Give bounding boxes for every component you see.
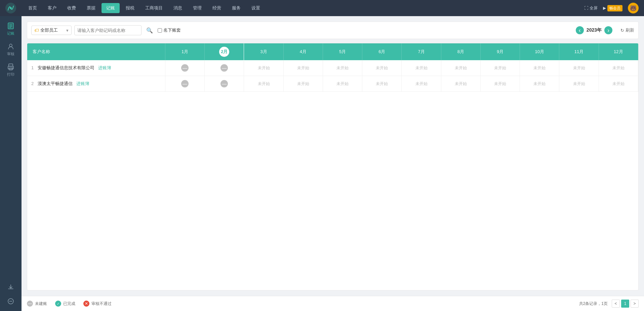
row1-jan: — — [165, 60, 204, 76]
row1-enter-button[interactable]: 进账簿 — [98, 65, 111, 70]
row2-dec: 未开始 — [599, 76, 638, 92]
sidebar-item-audit[interactable]: 审核 — [0, 39, 22, 60]
nav-message[interactable]: 消息 — [169, 3, 187, 13]
row1-jan-status: — — [181, 64, 189, 72]
col-header-aug: 8月 — [441, 43, 480, 60]
row2-name-cell: 2 漠澳太平畅捷通信 进账簿 — [27, 76, 165, 92]
col-header-jun: 6月 — [362, 43, 402, 60]
svg-point-13 — [9, 301, 10, 302]
row2-jun: 未开始 — [362, 76, 402, 92]
svg-point-1 — [10, 7, 12, 9]
col-header-feb: 2月 — [205, 43, 244, 60]
row2-jul: 未开始 — [402, 76, 441, 92]
nav-business[interactable]: 工商项目 — [140, 3, 167, 13]
table-row: 2 漠澳太平畅捷通信 进账簿 — — 未开始 未开始 未开始 未开始 未开始 未… — [27, 76, 638, 92]
row2-apr: 未开始 — [283, 76, 323, 92]
next-year-button[interactable]: › — [604, 26, 612, 34]
data-table: 客户名称 1月 2月 3月 4月 5月 6月 7月 8月 9月 — [27, 43, 638, 92]
nav-bookkeeping[interactable]: 记账 — [102, 3, 120, 13]
row2-enter-button[interactable]: 进账簿 — [76, 81, 89, 86]
employee-select[interactable]: 🏷 全部员工 ▾ — [31, 26, 72, 35]
legend-completed: ✓ 已完成 — [55, 301, 75, 307]
col-header-oct: 10月 — [520, 43, 559, 60]
row2-company-name: 漠澳太平畅捷通信 — [38, 81, 73, 86]
nav-manage[interactable]: 管理 — [188, 3, 206, 13]
row1-oct: 未开始 — [520, 60, 559, 76]
nav-settings[interactable]: 设置 — [247, 3, 265, 13]
nav-operation[interactable]: 经营 — [208, 3, 226, 13]
row2-may: 未开始 — [323, 76, 362, 92]
svg-point-14 — [10, 301, 11, 302]
prev-page-button[interactable]: < — [612, 300, 620, 308]
sidebar-item-print[interactable]: 打印 — [0, 60, 22, 80]
row1-num: 1 — [31, 65, 34, 70]
row1-mar: 未开始 — [244, 60, 283, 76]
app-logo — [0, 0, 22, 16]
row1-feb-status: — — [220, 64, 228, 72]
legend-rejected: ✕ 审核不通过 — [83, 301, 112, 307]
nav-tax[interactable]: 报税 — [121, 3, 139, 13]
row1-aug: 未开始 — [441, 60, 480, 76]
sidebar-chat[interactable] — [0, 294, 22, 308]
user-avatar[interactable]: 🐻 — [628, 3, 639, 13]
audit-icon — [7, 43, 14, 50]
pagination: 共2条记录，1页 < 1 > — [579, 300, 639, 308]
nav-invoice[interactable]: 票据 — [82, 3, 100, 13]
employee-label: 全部员工 — [40, 27, 58, 33]
search-icon: 🔍 — [146, 28, 153, 33]
row1-feb: — — [205, 60, 244, 76]
row1-name-cell: 1 安徽畅捷通信息技术有限公司 进账簿 — [27, 60, 165, 76]
nav-right: ⛶ 全屏 ▶ 畅会员 🐻 — [584, 3, 644, 13]
refresh-button[interactable]: ↻ 刷新 — [620, 27, 634, 33]
nav-home[interactable]: 首页 — [24, 3, 42, 13]
row1-company-name: 安徽畅捷通信息技术有限公司 — [38, 65, 94, 70]
video-icon: ▶ — [603, 6, 606, 10]
svg-point-7 — [9, 44, 12, 47]
nav-customer[interactable]: 客户 — [43, 3, 61, 13]
accounts-checkbox[interactable] — [158, 28, 162, 33]
nav-service[interactable]: 服务 — [227, 3, 245, 13]
svg-point-11 — [12, 67, 13, 68]
search-button[interactable]: 🔍 — [144, 27, 155, 34]
row2-feb-status: — — [220, 80, 228, 87]
col-header-dec: 12月 — [599, 43, 638, 60]
fullscreen-button[interactable]: ⛶ 全屏 — [584, 5, 598, 11]
fullscreen-label: 全屏 — [590, 5, 598, 11]
dropdown-arrow-icon: ▾ — [66, 28, 69, 33]
sidebar-audit-label: 审核 — [7, 51, 14, 56]
row1-apr: 未开始 — [283, 60, 323, 76]
search-input[interactable] — [74, 25, 142, 35]
col-header-sep: 9月 — [480, 43, 520, 60]
row2-num: 2 — [31, 81, 34, 86]
prev-year-button[interactable]: ‹ — [576, 26, 584, 34]
main-content: 🏷 全部员工 ▾ 🔍 名下账套 ‹ 2023年 › — [22, 16, 644, 311]
refresh-label: 刷新 — [626, 27, 634, 33]
col-header-name: 客户名称 — [27, 43, 165, 60]
download-icon — [7, 283, 14, 291]
sidebar-bookkeeping-label: 记账 — [7, 31, 14, 36]
svg-rect-2 — [8, 23, 13, 29]
page-1-button[interactable]: 1 — [621, 300, 629, 308]
vip-button[interactable]: ▶ 畅会员 — [603, 5, 622, 11]
sidebar-item-bookkeeping[interactable]: 记账 — [0, 19, 22, 39]
sidebar-print-label: 打印 — [7, 72, 14, 77]
accounts-label: 名下账套 — [163, 27, 181, 33]
nav-fee[interactable]: 收费 — [63, 3, 81, 13]
row2-mar: 未开始 — [244, 76, 283, 92]
legend-not-created: — 未建账 — [27, 301, 47, 307]
chat-icon — [7, 298, 14, 305]
total-records-text: 共2条记录，1页 — [579, 301, 608, 307]
sidebar-download[interactable] — [0, 280, 22, 294]
accounts-filter[interactable]: 名下账套 — [158, 27, 181, 33]
refresh-icon: ↻ — [620, 28, 624, 33]
not-created-icon: — — [27, 301, 33, 307]
year-display: 2023年 — [587, 27, 602, 33]
svg-point-15 — [11, 301, 12, 302]
col-header-nov: 11月 — [559, 43, 599, 60]
row2-oct: 未开始 — [520, 76, 559, 92]
next-page-button[interactable]: > — [631, 300, 639, 308]
sidebar: 记账 审核 打印 — [0, 16, 22, 311]
nav-items: 首页 客户 收费 票据 记账 报税 工商项目 消息 管理 经营 服务 设置 — [24, 3, 584, 13]
top-nav: 首页 客户 收费 票据 记账 报税 工商项目 消息 管理 经营 服务 设置 ⛶ … — [0, 0, 644, 16]
row2-sep: 未开始 — [480, 76, 520, 92]
